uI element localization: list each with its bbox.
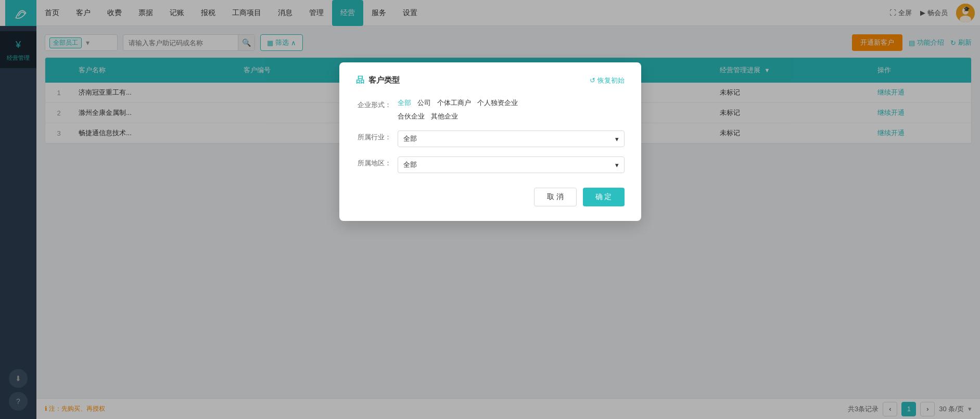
region-label: 所属地区：: [356, 156, 398, 168]
industry-form-row: 所属行业： 全部 ▾: [356, 130, 625, 147]
modal-title: 品 客户类型: [356, 75, 400, 86]
enterprise-label: 企业形式：: [356, 98, 398, 110]
region-chevron-icon: ▾: [615, 161, 619, 169]
region-select-wrap: 全部 ▾: [398, 156, 625, 173]
industry-chevron-icon: ▾: [615, 135, 619, 143]
region-select[interactable]: 全部 ▾: [398, 156, 625, 173]
industry-select[interactable]: 全部 ▾: [398, 130, 625, 147]
modal-title-icon: 品: [356, 75, 364, 86]
modal-header: 品 客户类型 ↺ 恢复初始: [356, 75, 625, 86]
enterprise-options: 全部 公司 个体工商户 个人独资企业 合伙企业 其他企业: [398, 98, 625, 121]
reset-button[interactable]: ↺ 恢复初始: [590, 76, 625, 85]
region-form-row: 所属地区： 全部 ▾: [356, 156, 625, 173]
industry-select-wrap: 全部 ▾: [398, 130, 625, 147]
enterprise-form-row: 企业形式： 全部 公司 个体工商户 个人独资企业 合伙企业 其他企业: [356, 98, 625, 121]
enterprise-option-individual[interactable]: 个人独资企业: [477, 98, 518, 108]
modal-overlay: 品 客户类型 ↺ 恢复初始 企业形式： 全部 公司 个体工商户 个人独资企业 合…: [0, 0, 980, 419]
enterprise-option-sole[interactable]: 个体工商户: [437, 98, 471, 108]
enterprise-option-partnership[interactable]: 合伙企业: [398, 112, 425, 121]
reset-icon: ↺: [590, 76, 595, 84]
enterprise-radio-group: 全部 公司 个体工商户 个人独资企业: [398, 98, 625, 108]
enterprise-option-other[interactable]: 其他企业: [431, 112, 458, 121]
industry-label: 所属行业：: [356, 130, 398, 142]
enterprise-option-all[interactable]: 全部: [398, 98, 411, 108]
enterprise-option-company[interactable]: 公司: [417, 98, 431, 108]
filter-modal: 品 客户类型 ↺ 恢复初始 企业形式： 全部 公司 个体工商户 个人独资企业 合…: [339, 62, 641, 221]
modal-footer: 取 消 确 定: [356, 188, 625, 206]
confirm-button[interactable]: 确 定: [583, 188, 625, 206]
cancel-button[interactable]: 取 消: [534, 188, 577, 206]
enterprise-radio-group-2: 合伙企业 其他企业: [398, 112, 625, 121]
